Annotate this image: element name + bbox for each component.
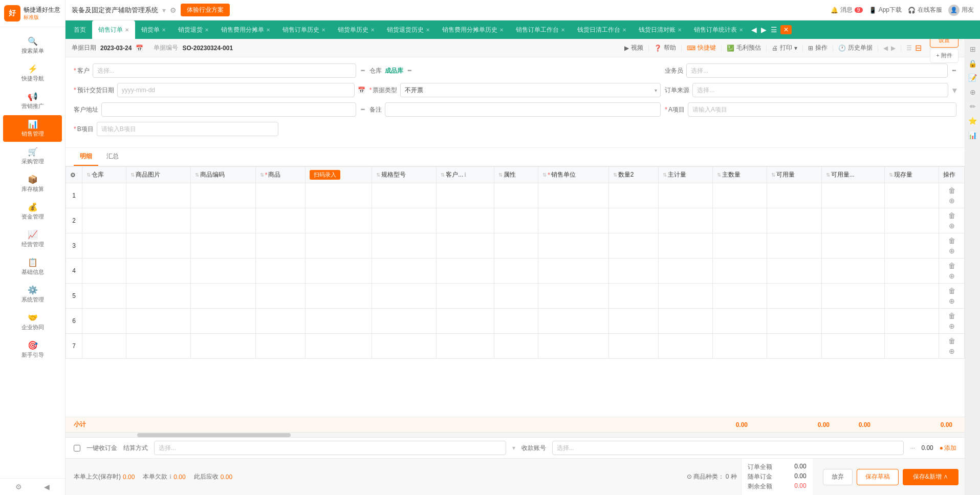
row-6-unit[interactable] [538,309,609,334]
row-1-warehouse[interactable] [82,183,126,208]
right-panel-icon-6[interactable]: ⭐ [967,115,979,127]
row-4-customer-code[interactable] [437,259,494,284]
copy-row-4-button[interactable]: ⊕ [948,271,956,281]
delete-row-5-button[interactable]: 🗑 [947,286,956,296]
address-input[interactable] [101,102,356,117]
row-6-product[interactable] [255,309,305,334]
row-1-available[interactable] [767,183,821,208]
row-6-customer-code[interactable] [437,309,494,334]
row-3-spec[interactable] [372,233,436,259]
row-2-spec[interactable] [372,208,436,233]
tab-prev-button[interactable]: ◀ [749,26,759,34]
row-1-available2[interactable] [821,183,884,208]
row-6-attribute[interactable] [494,309,538,334]
tab-return-history[interactable]: 销货退货历史 ✕ [381,20,436,39]
sort-icon-stock[interactable]: ⇅ [889,172,893,178]
row-6-warehouse[interactable] [82,309,126,334]
row-2-stock[interactable] [884,208,939,233]
delete-row-4-button[interactable]: 🗑 [947,261,956,271]
tab-cash-workbench[interactable]: 钱货日清工作台 ✕ [571,20,633,39]
sidebar-item-search[interactable]: 🔍 搜索菜单 [3,32,62,59]
row-7-stock[interactable] [884,334,939,359]
row-2-product[interactable] [255,208,305,233]
row-7-warehouse[interactable] [82,334,126,359]
row-3-available[interactable] [767,233,821,259]
tab-close-icon-5[interactable]: ✕ [321,27,325,33]
sort-icon-available[interactable]: ⇅ [771,172,775,178]
tab-close-icon-2[interactable]: ✕ [162,27,166,33]
sort-icon-main-qty[interactable]: ⇅ [717,172,721,178]
topbar-notifications[interactable]: 🔔 消息 9 [831,6,863,14]
tab-close-icon-12[interactable]: ✕ [739,27,743,33]
invoice-type-select[interactable]: 不开票 ▾ [400,83,661,97]
tab-summary[interactable]: 汇总 [100,148,125,166]
nav-left-icon[interactable]: ◀ [883,45,888,52]
account-input[interactable] [552,441,904,455]
row-2-customer-code[interactable] [437,208,494,233]
sort-icon-unit[interactable]: ⇅ [542,172,547,178]
row-4-main-qty[interactable] [713,259,767,284]
save-new-button[interactable]: 保存&新增 ∧ [903,469,959,485]
sort-icon-image[interactable]: ⇅ [130,172,135,178]
tab-sales-return[interactable]: 销货退货 ✕ [172,20,215,39]
tab-close-icon-3[interactable]: ✕ [205,27,209,33]
row-5-warehouse[interactable] [82,284,126,309]
row-1-scan[interactable] [306,183,372,208]
row-4-unit[interactable] [538,259,609,284]
row-5-unit[interactable] [538,284,609,309]
sidebar-item-inventory[interactable]: 📦 库存核算 [3,170,62,197]
row-5-main-qty[interactable] [713,284,767,309]
row-5-main-uom[interactable] [659,284,713,309]
row-7-spec[interactable] [372,334,436,359]
row-5-stock[interactable] [884,284,939,309]
delete-row-7-button[interactable]: 🗑 [947,336,956,346]
tab-close-icon-11[interactable]: ✕ [678,27,682,33]
notes-input[interactable] [385,102,661,117]
row-7-code[interactable] [191,334,255,359]
tab-home[interactable]: 首页 [68,20,92,39]
row-1-main-uom[interactable] [659,183,713,208]
toolbar-actions[interactable]: ⊞ 操作 [808,44,827,52]
row-6-available2[interactable] [821,309,884,334]
tab-close-icon-4[interactable]: ✕ [266,27,270,33]
toolbar-help[interactable]: ❓ 帮助 [654,44,676,52]
row-6-main-uom[interactable] [659,309,713,334]
toolbar-shortcut[interactable]: ⌨ 快捷键 [687,44,716,52]
row-1-qty2[interactable] [608,183,658,208]
row-5-image[interactable] [126,284,190,309]
customer-more-icon[interactable]: ··· [359,66,365,75]
row-2-available2[interactable] [821,208,884,233]
payment-method-input[interactable] [154,441,506,455]
row-6-stock[interactable] [884,309,939,334]
row-3-main-qty[interactable] [713,233,767,259]
b-project-input[interactable] [97,122,278,136]
row-5-available2[interactable] [821,284,884,309]
row-3-unit[interactable] [538,233,609,259]
warehouse-more-icon[interactable]: ··· [406,66,412,75]
sidebar-item-guide[interactable]: 🎯 新手引导 [3,336,62,363]
row-5-scan[interactable] [306,284,372,309]
row-4-product[interactable] [255,259,305,284]
sort-icon-spec[interactable]: ⇅ [376,172,380,178]
tab-fee-history[interactable]: 销售费用分摊单历史 ✕ [436,20,510,39]
row-1-attribute[interactable] [494,183,538,208]
row-4-available2[interactable] [821,259,884,284]
order-source-input[interactable] [692,83,948,97]
topbar-online-service[interactable]: 🎧 在线客服 [908,6,942,14]
tab-next-button[interactable]: ▶ [759,26,769,34]
grid-view-icon[interactable]: ⊟ [915,43,922,53]
row-4-scan[interactable] [306,259,372,284]
sort-icon-customer-code[interactable]: ⇅ [441,172,445,178]
row-4-stock[interactable] [884,259,939,284]
topbar-app-download[interactable]: 📱 App下载 [869,6,902,14]
row-3-main-uom[interactable] [659,233,713,259]
row-6-spec[interactable] [372,309,436,334]
solution-button[interactable]: 体验行业方案 [181,4,230,16]
row-3-stock[interactable] [884,233,939,259]
copy-row-6-button[interactable]: ⊕ [948,321,956,331]
row-1-code[interactable] [191,183,255,208]
topbar-user[interactable]: 👤 用友 [948,5,974,16]
tab-close-icon-10[interactable]: ✕ [622,27,626,33]
tab-sales-order[interactable]: 销售订单 ✕ [92,20,135,39]
tab-order-workbench[interactable]: 销售订单工作台 ✕ [510,20,571,39]
